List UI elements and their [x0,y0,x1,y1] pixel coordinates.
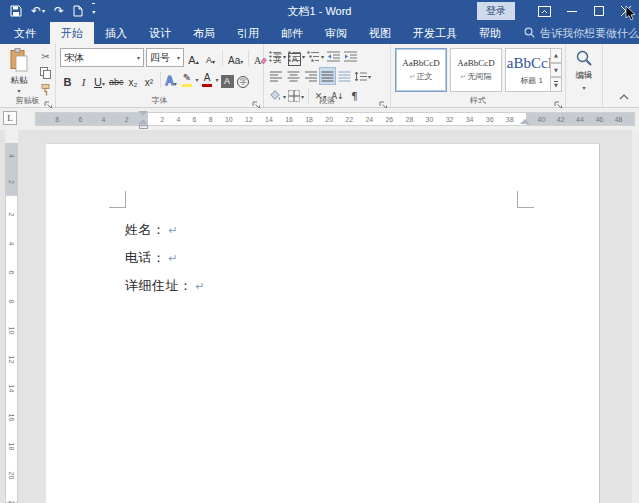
style-card[interactable]: AaBbCcDd 标题 1 [505,48,551,92]
asian-layout-label: ✕ [315,91,323,101]
maximize-icon[interactable] [585,0,612,22]
styles-scroll-up-icon[interactable]: ▲ [550,48,562,63]
styles-group-label: 样式 [391,95,565,106]
font-name-combo[interactable]: 宋体 ▾ [60,48,144,67]
strikethrough-button[interactable]: abc [108,71,125,88]
ribbon-tab[interactable]: 插入 [94,22,138,44]
document-paragraph[interactable]: 详细住址： ↵ [125,272,205,300]
font-size-combo[interactable]: 四号 ▾ [146,48,184,67]
document-paragraph[interactable]: 姓名： ↵ [125,216,205,244]
sort-button[interactable]: A↓ [330,88,345,104]
ribbon-tab[interactable]: 帮助 [468,22,512,44]
style-card[interactable]: AaBbCcD ↵无间隔 [450,48,502,92]
signin-button[interactable]: 登录 [477,2,515,20]
distribute-button[interactable] [337,68,352,84]
vertical-ruler[interactable]: 42 24681012141618202224 [5,130,18,503]
asian-layout-button[interactable]: ✕▾ [313,88,328,104]
ribbon-tab[interactable]: 开始 [50,22,94,44]
align-right-button[interactable] [303,68,318,84]
undo-dropdown-icon[interactable]: ▾ [42,8,45,14]
justify-button[interactable] [320,68,335,84]
horizontal-ruler[interactable]: 8642 2468101214161820222426283032343638 … [35,112,635,126]
paragraph-text[interactable]: 姓名： [125,221,166,239]
ruler-number: 8 [5,300,18,304]
change-case-button[interactable]: Aa▾ [227,49,244,66]
bold-button[interactable]: B [60,71,75,88]
italic-button[interactable]: I [76,71,91,88]
underline-button[interactable]: U▾ [92,71,107,88]
ribbon-tab[interactable]: 开发工具 [402,22,468,44]
document-paragraph[interactable]: 电话： ↵ [125,244,205,272]
superscript-button[interactable]: x² [142,71,157,88]
right-indent-marker[interactable] [520,119,530,124]
ruler-number: 10 [5,327,18,335]
align-center-button[interactable] [286,68,301,84]
multilevel-list-button[interactable]: ▾ [307,48,324,64]
ribbon-tab[interactable]: 引用 [226,22,270,44]
ribbon-tab[interactable]: 审阅 [314,22,358,44]
copy-icon[interactable] [38,66,53,80]
cut-icon[interactable]: ✂ [38,49,53,63]
ribbon-tab[interactable]: 邮件 [270,22,314,44]
ruler-number: 46 [595,116,603,123]
enclose-characters-button[interactable]: 字 [236,71,251,88]
styles-gallery-more-icon[interactable]: ▼ [550,77,562,92]
font-dialog-launcher-icon[interactable] [252,96,261,105]
paragraph-mark-icon: ↵ [169,224,179,237]
character-shading-button[interactable]: A [220,71,235,88]
increase-indent-button[interactable] [343,48,358,64]
style-card[interactable]: AaBbCcD ↵正文 [395,48,447,92]
styles-dialog-launcher-icon[interactable] [554,96,563,105]
editing-button[interactable]: 编辑 ▾ [566,50,602,91]
editing-dropdown-icon[interactable]: ▾ [582,84,585,91]
minimize-icon[interactable] [558,0,585,22]
align-left-button[interactable] [269,68,284,84]
save-icon[interactable] [10,3,22,19]
highlight-button[interactable]: ✎ [180,71,195,88]
redo-icon[interactable]: ↷ [54,3,64,19]
document-page[interactable]: 姓名： ↵ 电话： ↵ 详细住址： ↵ [46,143,600,503]
first-line-indent-marker[interactable] [138,111,148,116]
show-marks-button[interactable]: ¶ [347,88,362,104]
shading-button[interactable]: ▾ [269,88,286,104]
ribbon-tab[interactable]: 布局 [182,22,226,44]
hanging-indent-marker[interactable] [138,119,148,124]
paste-button[interactable]: 粘贴 ▾ [4,48,34,100]
ribbon-tab[interactable]: 设计 [138,22,182,44]
font-name-dropdown-icon[interactable]: ▾ [137,54,140,61]
tab-file[interactable]: 文件 [0,22,50,44]
collapse-ribbon-icon[interactable] [619,86,629,104]
clipboard-dialog-launcher-icon[interactable] [44,96,53,105]
document-text[interactable]: 姓名： ↵ 电话： ↵ 详细住址： ↵ [125,216,205,300]
ribbon-display-options-icon[interactable] [531,0,558,22]
decrease-indent-button[interactable] [326,48,341,64]
text-effects-button[interactable]: A▾ [164,71,179,88]
grow-font-button[interactable]: A▴ [186,49,201,66]
close-icon[interactable] [612,0,639,22]
undo-button[interactable]: ↶▾ [31,3,45,19]
numbering-button[interactable]: ▾ [288,48,305,64]
styles-scroll-down-icon[interactable]: ▼ [550,63,562,78]
paragraph-dialog-launcher-icon[interactable] [379,96,388,105]
subscript-button[interactable]: x₂ [126,71,141,88]
font-color-dropdown-icon[interactable]: ▾ [216,76,219,83]
paragraph-text[interactable]: 电话： [125,249,166,267]
shrink-font-button[interactable]: A▾ [203,49,218,66]
vertical-scrollbar[interactable] [632,130,639,503]
format-painter-icon[interactable] [38,83,53,97]
customize-qat-icon[interactable]: ▾ [92,3,95,19]
paragraph-text[interactable]: 详细住址： [125,277,193,295]
line-spacing-button[interactable]: ▾ [354,68,371,84]
highlight-dropdown-icon[interactable]: ▾ [196,76,199,83]
left-indent-marker[interactable] [139,125,148,129]
font-color-button[interactable]: A [200,71,215,88]
tab-stop-selector[interactable]: L [3,111,17,125]
borders-button[interactable]: ▾ [288,88,304,104]
ribbon-tab[interactable]: 视图 [358,22,402,44]
bullets-button[interactable]: ▾ [269,48,286,64]
new-document-icon[interactable] [73,3,83,19]
highlighter-pen-icon: ✎ [183,73,191,83]
font-size-dropdown-icon[interactable]: ▾ [177,54,180,61]
tell-me-search[interactable]: 告诉我你想要做什么 [524,22,639,44]
paste-dropdown-icon[interactable]: ▾ [17,87,20,94]
